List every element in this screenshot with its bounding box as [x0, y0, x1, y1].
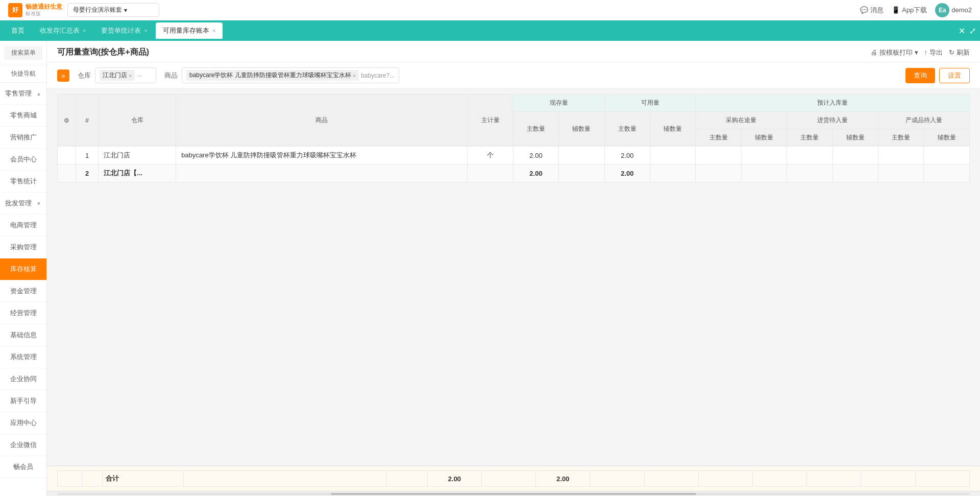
sidebar-item-enterprise-wechat[interactable]: 企业微信	[0, 434, 46, 456]
row2-unit	[468, 164, 513, 182]
row1-stock-main: 2.00	[513, 147, 558, 164]
th-product: 商品	[176, 95, 468, 147]
sidebar-item-app-center[interactable]: 应用中心	[0, 412, 46, 434]
tab-receivables-label: 收发存汇总表	[40, 26, 80, 35]
product-tag: babycare学饮杯 儿童防摔防撞吸管杯重力球吸嘴杯宝宝水杯 ×	[186, 70, 359, 81]
sidebar-quick-nav[interactable]: 快捷导航	[0, 65, 46, 83]
sidebar-item-finance[interactable]: 资金管理	[0, 280, 46, 302]
row2-stock-aux	[559, 164, 604, 182]
sidebar-item-membership[interactable]: 畅会员	[0, 456, 46, 478]
print-btn[interactable]: 🖨 按模板打印 ▾	[871, 48, 918, 57]
print-dropdown-icon: ▾	[915, 49, 918, 56]
row2-avail-main: 2.00	[604, 164, 650, 182]
scroll-track[interactable]	[57, 493, 970, 495]
warehouse-more[interactable]: ···	[137, 72, 142, 79]
product-more[interactable]: babycare?...	[361, 72, 395, 79]
th-forecast-group: 预计入库量	[696, 95, 970, 112]
sidebar-item-inventory[interactable]: 库存核算	[0, 258, 46, 280]
logo-area: 好 畅捷通好生意 标准版	[8, 3, 62, 17]
export-btn[interactable]: ↑ 导出	[924, 48, 943, 57]
filter-expand-btn[interactable]: »	[57, 69, 69, 82]
sidebar-item-guide[interactable]: 新手引导	[0, 390, 46, 412]
tab-order-stats-close[interactable]: ×	[144, 28, 147, 34]
sidebar-item-retail-mgmt[interactable]: 零售管理 ▲	[0, 83, 46, 105]
tab-available-stock-close[interactable]: ×	[212, 28, 215, 34]
product-input[interactable]: babycare学饮杯 儿童防摔防撞吸管杯重力球吸嘴杯宝宝水杯 × babyca…	[182, 67, 399, 83]
tab-available-stock[interactable]: 可用量库存账本 ×	[156, 22, 223, 39]
settings-btn[interactable]: 设置	[939, 68, 970, 83]
table-scroll-area[interactable]: ⚙ # 仓库 商品 主计量 现存量 可用量 预计入库量 主数量 辅	[47, 89, 980, 465]
filter-actions: 查询 设置	[905, 68, 970, 83]
row2-checkbox[interactable]	[58, 164, 76, 182]
logo-text: 畅捷通好生意 标准版	[26, 3, 62, 16]
page-header: 可用量查询(按仓库+商品) 🖨 按模板打印 ▾ ↑ 导出 ↻ 刷新	[47, 41, 980, 62]
warehouse-input[interactable]: 江北门店 × ···	[95, 67, 156, 83]
tab-home[interactable]: 首页	[4, 22, 32, 39]
sidebar-item-basic-info[interactable]: 基础信息	[0, 324, 46, 346]
sidebar-item-retail-mall[interactable]: 零售商城	[0, 105, 46, 127]
table-area: ⚙ # 仓库 商品 主计量 现存量 可用量 预计入库量 主数量 辅	[47, 89, 980, 187]
tab-expand-btn[interactable]: ⤢	[969, 26, 976, 36]
download-label: App下载	[902, 6, 927, 15]
th-production-sub: 产成品待入量	[878, 112, 970, 129]
tab-order-stats[interactable]: 要货单统计表 ×	[94, 22, 154, 39]
content-area: 可用量查询(按仓库+商品) 🖨 按模板打印 ▾ ↑ 导出 ↻ 刷新 »	[47, 41, 980, 496]
sidebar-item-purchase[interactable]: 采购管理	[0, 237, 46, 258]
th-avail-main: 主数量	[604, 112, 650, 147]
row1-inc-aux	[832, 147, 878, 164]
bottom-scroll[interactable]	[47, 491, 980, 496]
th-avail-aux: 辅数量	[650, 112, 696, 147]
th-available-group: 可用量	[604, 95, 696, 112]
th-settings[interactable]: ⚙	[58, 95, 76, 147]
sidebar-item-marketing[interactable]: 营销推广	[0, 127, 46, 149]
th-prod-main: 主数量	[878, 129, 924, 147]
tenant-name: 母婴行业演示账套	[73, 6, 122, 14]
row1-checkbox[interactable]	[58, 147, 76, 164]
app-name: 畅捷通好生意	[26, 3, 62, 10]
filter-area: » 仓库 江北门店 × ··· 商品 babycare学饮杯 儿童防摔防撞吸管杯…	[47, 62, 980, 89]
th-stock-main: 主数量	[513, 112, 558, 147]
message-label: 消息	[870, 6, 884, 15]
refresh-label: 刷新	[957, 48, 970, 57]
refresh-btn[interactable]: ↻ 刷新	[949, 48, 970, 57]
tab-receivables-close[interactable]: ×	[83, 28, 86, 34]
product-tag-remove[interactable]: ×	[353, 73, 356, 79]
sidebar-item-business-mgmt[interactable]: 经营管理	[0, 302, 46, 324]
sidebar-search-btn[interactable]: 搜索菜单	[4, 46, 42, 60]
th-prod-aux: 辅数量	[924, 129, 970, 147]
row2-pur-aux	[741, 164, 787, 182]
message-icon: 💬	[860, 6, 868, 14]
warehouse-tag-remove[interactable]: ×	[129, 73, 132, 79]
download-icon: 📱	[892, 6, 900, 14]
footer-table: 合计 2.00 2.00	[57, 470, 970, 487]
avatar: Ea	[935, 3, 949, 17]
warehouse-label: 仓库	[78, 71, 91, 80]
sidebar-item-system-mgmt[interactable]: 系统管理	[0, 346, 46, 368]
sidebar-item-member-center[interactable]: 会员中心	[0, 149, 46, 171]
th-pur-aux: 辅数量	[741, 129, 787, 147]
warehouse-tag: 江北门店 ×	[100, 70, 135, 81]
print-icon: 🖨	[871, 49, 877, 56]
download-btn[interactable]: 📱 App下载	[892, 6, 927, 15]
chevron-down-icon: ▼	[36, 201, 41, 206]
tab-close-all-btn[interactable]: ✕	[959, 26, 965, 36]
sidebar-item-retail-stats[interactable]: 零售统计	[0, 171, 46, 193]
tab-receivables[interactable]: 收发存汇总表 ×	[33, 22, 93, 39]
tenant-selector[interactable]: 母婴行业演示账套 ▾	[67, 3, 159, 17]
sidebar-item-ecommerce[interactable]: 电商管理	[0, 215, 46, 237]
sidebar-item-wholesale-mgmt[interactable]: 批发管理 ▼	[0, 193, 46, 215]
sidebar-item-enterprise-collab[interactable]: 企业协同	[0, 368, 46, 390]
user-menu[interactable]: Ea demo2	[935, 3, 972, 17]
header-right: 💬 消息 📱 App下载 Ea demo2	[860, 3, 972, 17]
row1-avail-main: 2.00	[604, 147, 650, 164]
tenant-dropdown-icon: ▾	[124, 7, 127, 14]
row2-prod-aux	[924, 164, 970, 182]
settings-icon: ⚙	[64, 117, 69, 124]
query-btn[interactable]: 查询	[905, 68, 935, 83]
th-pur-main: 主数量	[696, 129, 741, 147]
th-inc-aux: 辅数量	[832, 129, 878, 147]
th-stock-aux: 辅数量	[559, 112, 604, 147]
app-version: 标准版	[26, 11, 62, 17]
message-btn[interactable]: 💬 消息	[860, 6, 884, 15]
scroll-thumb[interactable]	[331, 493, 696, 495]
